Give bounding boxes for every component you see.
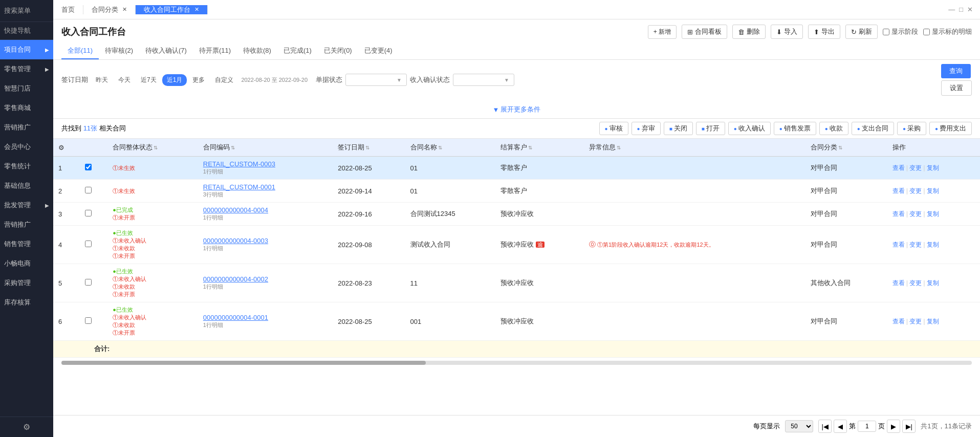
op-复制[interactable]: 复制	[927, 279, 939, 287]
gear-icon[interactable]: ⚙	[4, 422, 49, 432]
op-查看[interactable]: 查看	[892, 164, 905, 171]
sidebar-item-retail_stats[interactable]: 零售统计	[0, 157, 53, 176]
tbl-btn-payment[interactable]: ●收款	[819, 122, 848, 135]
op-变更[interactable]: 变更	[909, 164, 922, 171]
status-tab-changed[interactable]: 已变更(4)	[358, 43, 399, 59]
date-btn-last1m[interactable]: 近1月	[162, 74, 187, 86]
op-查看[interactable]: 查看	[892, 187, 905, 194]
row-checkbox-5[interactable]	[85, 317, 92, 324]
sidebar-item-marketing2[interactable]: 营销推广	[0, 215, 53, 234]
contract-code-link[interactable]: 0000000000004-0004	[203, 206, 268, 214]
op-变更[interactable]: 变更	[909, 279, 922, 287]
status-tab-pending_confirm[interactable]: 待收入确认(7)	[139, 43, 193, 59]
contract-code-link[interactable]: 0000000000004-0001	[203, 314, 268, 321]
prev-page-btn[interactable]: ◀	[834, 420, 847, 433]
sidebar-item-retail_mall[interactable]: 零售商城	[0, 98, 53, 118]
sidebar-item-project[interactable]: 项目合同▶	[0, 40, 53, 59]
query-button[interactable]: 查询	[941, 64, 971, 78]
setting-button[interactable]: 设置	[941, 80, 972, 96]
sidebar-item-smart_store[interactable]: 智慧门店	[0, 79, 53, 98]
sidebar-item-sales_mgmt[interactable]: 销售管理	[0, 234, 53, 254]
row-checkbox-2[interactable]	[85, 210, 92, 216]
contract-code-link[interactable]: 0000000000004-0003	[203, 237, 268, 245]
status-tab-closed[interactable]: 已关闭(0)	[318, 43, 358, 59]
tbl-btn-income_confirm[interactable]: ●收入确认	[728, 122, 771, 135]
maximize-icon[interactable]: □	[959, 6, 963, 13]
date-btn-today[interactable]: 今天	[114, 74, 135, 86]
tbl-btn-purchase[interactable]: ●采购	[897, 122, 926, 135]
sidebar-quicknav[interactable]: 快捷导航	[0, 22, 53, 40]
next-page-btn[interactable]: ▶	[887, 420, 900, 433]
import-button[interactable]: ⬇ 导入	[771, 25, 803, 39]
tab-income_contract[interactable]: 收入合同工作台✕	[136, 5, 208, 14]
op-复制[interactable]: 复制	[927, 241, 939, 248]
op-变更[interactable]: 变更	[909, 318, 922, 325]
sidebar-item-xiaochangec[interactable]: 小畅电商	[0, 254, 53, 273]
sidebar-search[interactable]: 搜索菜单	[0, 0, 53, 22]
doc-status-select[interactable]	[345, 74, 407, 86]
date-btn-custom[interactable]: 自定义	[210, 74, 238, 86]
op-复制[interactable]: 复制	[927, 164, 939, 171]
date-btn-last7[interactable]: 近7天	[136, 74, 161, 86]
op-变更[interactable]: 变更	[909, 241, 922, 248]
contract-code-link[interactable]: RETAIL_CUSTOM-0003	[203, 160, 275, 168]
page-number-input[interactable]	[858, 421, 876, 432]
horizontal-scrollbar[interactable]	[53, 358, 980, 368]
income-confirm-select[interactable]	[453, 74, 514, 86]
status-tab-all[interactable]: 全部(11)	[61, 43, 99, 59]
op-查看[interactable]: 查看	[892, 279, 905, 287]
op-变更[interactable]: 变更	[909, 210, 922, 217]
minimize-icon[interactable]: —	[948, 6, 955, 13]
op-查看[interactable]: 查看	[892, 241, 905, 248]
sidebar-item-batch_mgmt[interactable]: 批发管理▶	[0, 195, 53, 215]
col-category[interactable]: 合同分类⇅	[805, 139, 887, 157]
close-icon[interactable]: ✕	[967, 6, 973, 13]
sidebar-item-purchase_mgmt[interactable]: 采购管理	[0, 273, 53, 293]
show-detail-checkbox[interactable]: 显示标的明细	[923, 27, 972, 36]
date-btn-yesterday[interactable]: 昨天	[91, 74, 113, 86]
col-code[interactable]: 合同编码⇅	[198, 139, 333, 157]
status-tab-completed[interactable]: 已完成(1)	[277, 43, 318, 59]
status-tab-pending_invoice[interactable]: 待开票(11)	[193, 43, 237, 59]
op-查看[interactable]: 查看	[892, 318, 905, 325]
tbl-btn-pay_out[interactable]: ●支出合同	[852, 122, 894, 135]
sidebar-item-retail_mgmt[interactable]: 零售管理▶	[0, 59, 53, 79]
contract-code-link[interactable]: RETAIL_CUSTOM-0001	[203, 183, 275, 191]
row-checkbox-3[interactable]	[85, 241, 92, 247]
tab-contract_category[interactable]: 合同分类✕	[83, 5, 136, 14]
kanban-button[interactable]: ⊞ 合同看板	[682, 25, 727, 39]
export-button[interactable]: ⬆ 导出	[808, 25, 840, 39]
refresh-button[interactable]: ↻ 刷新	[845, 25, 878, 39]
row-checkbox-1[interactable]	[85, 187, 92, 193]
tbl-btn-close[interactable]: ■关闭	[664, 122, 693, 135]
first-page-btn[interactable]: |◀	[818, 420, 832, 433]
tbl-btn-open[interactable]: ■打开	[696, 122, 725, 135]
col-sign_date[interactable]: 签订日期⇅	[333, 139, 405, 157]
tab-close-icon[interactable]: ✕	[194, 6, 199, 13]
tbl-btn-sales_invoice[interactable]: ●销售发票	[774, 122, 816, 135]
col-abnormal[interactable]: 异常信息⇅	[584, 139, 805, 157]
op-复制[interactable]: 复制	[927, 210, 939, 217]
last-page-btn[interactable]: ▶|	[902, 420, 916, 433]
col-status[interactable]: 合同整体状态⇅	[107, 139, 198, 157]
col-customer[interactable]: 结算客户⇅	[495, 139, 584, 157]
op-复制[interactable]: 复制	[927, 318, 939, 325]
col-name[interactable]: 合同名称⇅	[405, 139, 496, 157]
page-size-select[interactable]: 102050100	[785, 420, 813, 432]
tbl-btn-expense[interactable]: ●费用支出	[929, 122, 972, 135]
row-checkbox-0[interactable]	[85, 164, 92, 170]
sidebar-item-base_info[interactable]: 基础信息	[0, 176, 53, 195]
tbl-btn-abandon[interactable]: ●弃审	[631, 122, 661, 135]
delete-button[interactable]: 🗑 删除	[732, 25, 766, 39]
row-checkbox-4[interactable]	[85, 279, 92, 286]
op-变更[interactable]: 变更	[909, 187, 922, 194]
status-tab-pending_audit[interactable]: 待审核(2)	[99, 43, 139, 59]
sidebar-item-member[interactable]: 会员中心	[0, 137, 53, 157]
sidebar-item-marketing[interactable]: 营销推广	[0, 118, 53, 137]
tab-close-icon[interactable]: ✕	[122, 6, 127, 13]
date-btn-more[interactable]: 更多	[188, 74, 209, 86]
new-button[interactable]: + 新增	[648, 25, 677, 39]
tab-home[interactable]: 首页	[53, 5, 83, 14]
show-stage-checkbox[interactable]: 显示阶段	[883, 27, 918, 36]
op-查看[interactable]: 查看	[892, 210, 905, 217]
